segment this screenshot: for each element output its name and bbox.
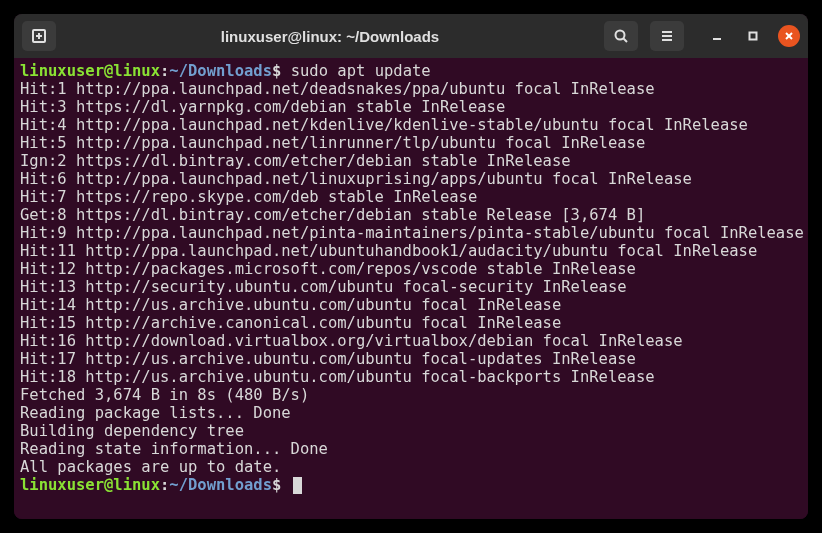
output-line: Hit:7 https://repo.skype.com/deb stable … <box>20 188 802 206</box>
hamburger-icon <box>659 28 675 44</box>
output-line: Hit:4 http://ppa.launchpad.net/kdenlive/… <box>20 116 802 134</box>
output-line: Hit:13 http://security.ubuntu.com/ubuntu… <box>20 278 802 296</box>
svg-line-4 <box>624 39 628 43</box>
prompt-user: linuxuser@linux <box>20 476 160 494</box>
output-line: Hit:11 http://ppa.launchpad.net/ubuntuha… <box>20 242 802 260</box>
maximize-icon <box>748 31 758 41</box>
prompt-path: ~/Downloads <box>169 62 272 80</box>
output-line: Building dependency tree <box>20 422 802 440</box>
prompt-colon: : <box>160 476 169 494</box>
command-line: linuxuser@linux:~/Downloads$ sudo apt up… <box>20 62 802 80</box>
prompt-line: linuxuser@linux:~/Downloads$ <box>20 476 802 494</box>
svg-point-3 <box>616 31 625 40</box>
output-line: Hit:6 http://ppa.launchpad.net/linuxupri… <box>20 170 802 188</box>
titlebar-right <box>604 21 800 51</box>
output-line: Hit:5 http://ppa.launchpad.net/linrunner… <box>20 134 802 152</box>
titlebar: linuxuser@linux: ~/Downloads <box>14 14 808 58</box>
menu-button[interactable] <box>650 21 684 51</box>
output-line: Hit:9 http://ppa.launchpad.net/pinta-mai… <box>20 224 802 242</box>
window-controls <box>706 25 800 47</box>
prompt-colon: : <box>160 62 169 80</box>
new-tab-icon <box>31 28 47 44</box>
minimize-icon <box>712 31 722 41</box>
command-text: sudo apt update <box>291 62 431 80</box>
output-line: Ign:2 https://dl.bintray.com/etcher/debi… <box>20 152 802 170</box>
output-line: All packages are up to date. <box>20 458 802 476</box>
maximize-button[interactable] <box>742 25 764 47</box>
minimize-button[interactable] <box>706 25 728 47</box>
svg-rect-9 <box>750 33 757 40</box>
output-line: Reading package lists... Done <box>20 404 802 422</box>
terminal-window: linuxuser@linux: ~/Downloads <box>14 14 808 519</box>
prompt-symbol: $ <box>272 62 291 80</box>
output-line: Hit:3 https://dl.yarnpkg.com/debian stab… <box>20 98 802 116</box>
new-tab-button[interactable] <box>22 21 56 51</box>
output-line: Hit:12 http://packages.microsoft.com/rep… <box>20 260 802 278</box>
search-icon <box>613 28 629 44</box>
prompt-symbol: $ <box>272 476 291 494</box>
output-line: Fetched 3,674 B in 8s (480 B/s) <box>20 386 802 404</box>
search-button[interactable] <box>604 21 638 51</box>
output-line: Hit:16 http://download.virtualbox.org/vi… <box>20 332 802 350</box>
output-line: Hit:15 http://archive.canonical.com/ubun… <box>20 314 802 332</box>
cursor <box>293 477 302 494</box>
prompt-path: ~/Downloads <box>169 476 272 494</box>
prompt-user: linuxuser@linux <box>20 62 160 80</box>
close-icon <box>784 31 794 41</box>
output-line: Get:8 https://dl.bintray.com/etcher/debi… <box>20 206 802 224</box>
titlebar-left <box>22 21 56 51</box>
close-button[interactable] <box>778 25 800 47</box>
output-line: Hit:17 http://us.archive.ubuntu.com/ubun… <box>20 350 802 368</box>
output-line: Hit:18 http://us.archive.ubuntu.com/ubun… <box>20 368 802 386</box>
output-line: Hit:14 http://us.archive.ubuntu.com/ubun… <box>20 296 802 314</box>
output-line: Hit:1 http://ppa.launchpad.net/deadsnake… <box>20 80 802 98</box>
window-title: linuxuser@linux: ~/Downloads <box>62 28 598 45</box>
terminal-body[interactable]: linuxuser@linux:~/Downloads$ sudo apt up… <box>14 58 808 519</box>
output-line: Reading state information... Done <box>20 440 802 458</box>
